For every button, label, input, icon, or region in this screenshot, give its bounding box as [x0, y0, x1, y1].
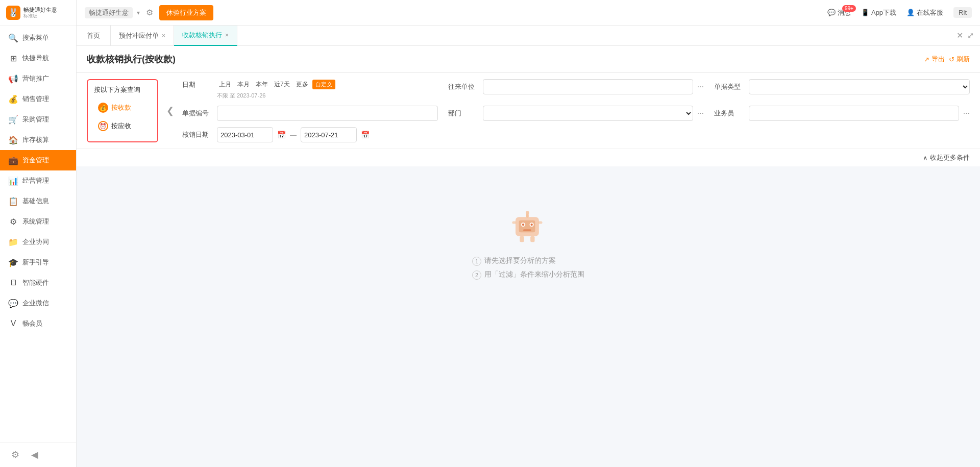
hardware-label: 智能硬件 [22, 278, 49, 287]
counter-party-input[interactable] [483, 79, 693, 94]
topbar-settings-icon[interactable]: ⚙ [146, 8, 153, 17]
topbar-app-download[interactable]: 📱 App下载 [861, 8, 896, 17]
writeoff-end-input[interactable] [301, 127, 357, 142]
tab-receipt-writeoff[interactable]: 收款核销执行 × [174, 26, 237, 46]
sidebar-item-enterprise[interactable]: 📁 企业协同 [0, 232, 76, 252]
refresh-label: 刷新 [957, 55, 970, 64]
export-label: 导出 [932, 55, 945, 64]
tab-prepay-reconcile[interactable]: 预付冲应付单 × [111, 26, 174, 46]
department-label: 部门 [448, 109, 479, 118]
export-btn[interactable]: ↗ 导出 [924, 55, 945, 64]
svg-point-4 [522, 224, 524, 226]
sidebar-item-vip[interactable]: V 畅会员 [0, 313, 76, 334]
filter-date-group: 日期 上月 本月 本年 近7天 更多 自定义 [182, 79, 438, 100]
collapse-sidebar-icon[interactable]: ◀ [28, 448, 42, 462]
empty-tip-2: 2 用「过滤」条件来缩小分析范围 [472, 270, 584, 280]
sidebar-item-system[interactable]: ⚙ 系统管理 [0, 211, 76, 232]
enterprise-label: 企业协同 [22, 237, 49, 247]
industry-btn[interactable]: 休验行业方案 [159, 5, 213, 20]
date-btn-this-year[interactable]: 本年 [254, 79, 270, 90]
svg-rect-6 [523, 229, 531, 231]
search-menu-icon: 🔍 [8, 33, 18, 43]
tip-num-2: 2 [472, 271, 481, 280]
doc-type-select[interactable] [749, 79, 970, 94]
collapse-row: ∧ 收起更多条件 [77, 149, 980, 166]
sidebar-item-basic-info[interactable]: 📋 基础信息 [0, 191, 76, 211]
topbar-brand: 畅捷通好生意 ▾ [85, 7, 140, 18]
hardware-icon: 🖥 [8, 278, 18, 288]
filter-option-receipt-label: 按收款 [111, 103, 131, 112]
date-custom-badge[interactable]: 自定义 [312, 80, 335, 89]
topbar-online-service[interactable]: 👤 在线客服 [906, 8, 943, 17]
service-icon: 👤 [906, 9, 915, 16]
filter-counter-party-row: 往来单位 ··· [448, 79, 704, 94]
date-btn-7days[interactable]: 近7天 [272, 79, 292, 90]
filter-panel-title: 按以下方案查询 [94, 85, 151, 94]
filter-option-receipt-icon: 💰 [98, 103, 108, 113]
operation-icon: 📊 [8, 176, 18, 186]
filter-date-range-hint: 不限 至 2023-07-26 [182, 92, 438, 100]
collapse-arrow[interactable]: ❮ [166, 79, 174, 142]
date-btn-more[interactable]: 更多 [294, 79, 310, 90]
topbar-message[interactable]: 💬 消息 99+ [827, 8, 851, 17]
filter-option-by-receipt[interactable]: 💰 按收款 [94, 100, 151, 116]
writeoff-end-calendar-icon[interactable]: 📅 [361, 131, 370, 139]
writeoff-start-calendar-icon[interactable]: 📅 [277, 131, 286, 139]
basic-info-icon: 📋 [8, 196, 18, 206]
doc-type-label: 单据类型 [714, 82, 745, 91]
tabbar-close-icon[interactable]: ✕ [957, 31, 963, 40]
sidebar-item-wechat[interactable]: 💬 企业微信 [0, 293, 76, 313]
collapse-btn[interactable]: ∧ 收起更多条件 [923, 153, 970, 162]
topbar-right: 💬 消息 99+ 📱 App下载 👤 在线客服 Rit [827, 7, 972, 18]
filter-option-receivable-icon: ⏰ [98, 121, 108, 131]
sidebar-item-finance[interactable]: 💼 资金管理 [0, 150, 76, 170]
sidebar-item-guide[interactable]: 🎓 新手引导 [0, 252, 76, 273]
sidebar-item-sales[interactable]: 💰 销售管理 [0, 89, 76, 109]
department-select[interactable] [483, 106, 693, 121]
topbar-brand-name: 畅捷通好生意 [85, 7, 133, 18]
app-label: App下载 [871, 8, 896, 17]
tab-prepay-label: 预付冲应付单 [119, 31, 159, 40]
sidebar-item-purchase[interactable]: 🛒 采购管理 [0, 109, 76, 130]
tab-prepay-close[interactable]: × [162, 33, 165, 39]
date-label: 日期 [182, 80, 213, 89]
doc-no-input[interactable] [217, 106, 438, 121]
department-more-icon[interactable]: ··· [697, 109, 704, 118]
filter-left-panel: 按以下方案查询 💰 按收款 ⏰ 按应收 [87, 79, 158, 142]
sales-icon: 💰 [8, 94, 18, 104]
filter-doc-no-row: 单据编号 [182, 106, 438, 121]
tab-receipt-close[interactable]: × [225, 32, 229, 38]
counter-party-more-icon[interactable]: ··· [697, 82, 704, 91]
tabbar-expand-icon[interactable]: ⤢ [967, 31, 974, 40]
topbar-dropdown-icon[interactable]: ▾ [137, 9, 140, 16]
refresh-btn[interactable]: ↺ 刷新 [949, 55, 970, 64]
sidebar-item-marketing[interactable]: 📢 营销推广 [0, 68, 76, 89]
sidebar-item-search-menu[interactable]: 🔍 搜索菜单 [0, 28, 76, 48]
date-btn-last-month[interactable]: 上月 [217, 79, 233, 90]
writeoff-start-input[interactable] [217, 127, 273, 142]
tab-home[interactable]: 首页 [77, 26, 111, 46]
topbar-user[interactable]: Rit [953, 7, 972, 18]
settings-bottom-icon[interactable]: ⚙ [8, 448, 22, 462]
sidebar-item-quick-nav[interactable]: ⊞ 快捷导航 [0, 48, 76, 68]
quick-nav-label: 快捷导航 [22, 54, 49, 63]
salesperson-more-icon[interactable]: ··· [963, 109, 970, 118]
sidebar-item-operation[interactable]: 📊 经营管理 [0, 170, 76, 191]
filter-option-by-receivable[interactable]: ⏰ 按应收 [94, 118, 151, 134]
collapse-chevron-icon: ∧ [923, 154, 928, 162]
svg-rect-9 [512, 222, 516, 224]
page-header: 收款核销执行(按收款) ↗ 导出 ↺ 刷新 [77, 46, 980, 73]
page-content: 收款核销执行(按收款) ↗ 导出 ↺ 刷新 按以下方案查询 💰 按收款 [77, 46, 980, 467]
svg-rect-11 [520, 236, 524, 242]
vip-icon: V [8, 318, 18, 329]
refresh-icon: ↺ [949, 56, 954, 63]
page-header-actions: ↗ 导出 ↺ 刷新 [924, 55, 970, 71]
logo-badge: 标准版 [23, 13, 57, 19]
date-btn-this-month[interactable]: 本月 [235, 79, 252, 90]
salesperson-input[interactable] [749, 106, 959, 121]
purchase-label: 采购管理 [22, 115, 49, 124]
tip-num-1: 1 [472, 257, 481, 266]
sidebar-item-hardware[interactable]: 🖥 智能硬件 [0, 273, 76, 293]
sidebar-item-inventory[interactable]: 🏠 库存核算 [0, 130, 76, 150]
purchase-icon: 🛒 [8, 114, 18, 125]
